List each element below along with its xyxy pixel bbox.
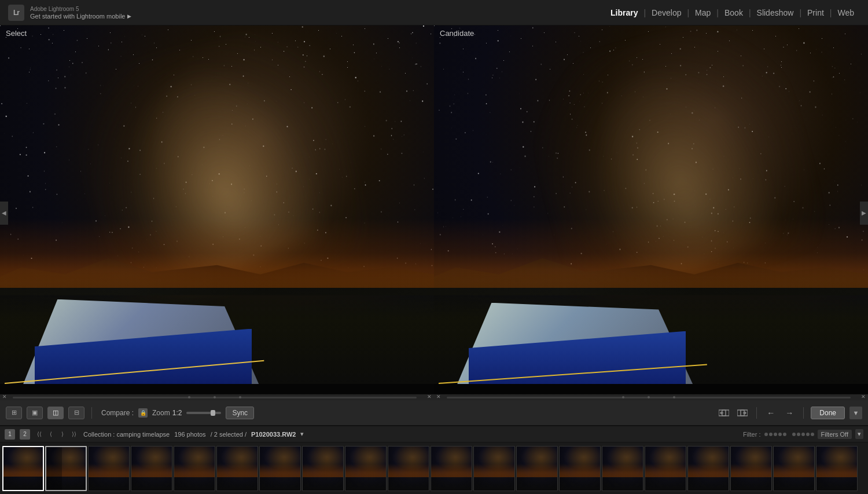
status-bar: 1 2 ⟨⟨ ⟨ ⟩ ⟩⟩ Collection : camping timel… [0,426,868,442]
filmstrip-thumb-1[interactable] [2,446,44,491]
expand-toolbar-btn[interactable]: ▼ [849,407,862,419]
next-compare-btn[interactable]: → [782,406,796,420]
left-night-sky [0,25,434,400]
mobile-promo[interactable]: Get started with Lightroom mobile ▶ [30,13,131,20]
lr-logo: Lr [8,5,24,21]
left-scroll-strip: ✕ ✕ [0,394,434,400]
filmstrip-thumb-11[interactable] [431,446,472,491]
filmstrip-thumb-17[interactable] [687,446,729,491]
filename: P1020033.RW2 [251,431,296,438]
next-next-btn[interactable]: ⟩⟩ [69,430,79,439]
nav-web[interactable]: Web [832,0,860,25]
right-photo-label: Candidate [440,29,474,38]
tent-structure-left [0,276,434,394]
nav-print[interactable]: Print [801,0,830,25]
right-night-sky [434,25,868,400]
filmstrip-thumb-14[interactable] [559,446,601,491]
left-panel-arrow-icon: ◀ [2,210,6,216]
app-info: Adobe Lightroom 5 Get started with Light… [30,6,131,20]
right-panel-toggle[interactable]: ▶ [860,202,868,225]
compare-area: ◀ Select [0,25,868,400]
prev-prev-btn[interactable]: ⟨⟨ [35,430,44,439]
done-button[interactable]: Done [811,407,845,419]
selected-count: / 2 selected / [211,431,247,438]
tent-area-left [0,269,434,400]
ground-left [0,384,434,393]
prev-compare-btn[interactable]: ← [764,406,778,420]
filters-off-btn[interactable]: Filters Off [818,430,852,439]
nav-library[interactable]: Library [605,0,643,25]
nav-slideshow[interactable]: Slideshow [751,0,800,25]
filmstrip-thumb-2[interactable] [45,446,87,491]
right-panel-arrow-icon: ▶ [862,210,866,216]
ground-right [434,384,868,393]
topbar-left: Lr Adobe Lightroom 5 Get started with Li… [8,5,131,21]
filmstrip-thumb-16[interactable] [645,446,686,491]
main-toolbar: ⊞ ▣ ◫ ⊟ Compare : 🔒 Zoom 1:2 Sync [0,400,868,426]
right-close-btn[interactable]: ✕ [436,394,441,400]
filmstrip [0,442,868,494]
filmstrip-thumb-20[interactable] [816,446,858,491]
zoom-slider[interactable] [186,412,221,414]
app-name: Adobe Lightroom 5 [30,6,131,13]
filmstrip-thumb-5[interactable] [174,446,215,491]
swap-left-icon [719,409,729,417]
right-scroll-inner [447,397,851,398]
filmstrip-thumb-13[interactable] [516,446,558,491]
left-close-btn[interactable]: ✕ [2,394,7,400]
filmstrip-thumb-18[interactable] [730,446,772,491]
filename-dropdown[interactable]: ▾ [300,430,304,438]
nav-map[interactable]: Map [689,0,716,25]
filter-dropdown-btn[interactable]: ▾ [855,429,863,439]
filmstrip-thumb-8[interactable] [302,446,344,491]
filmstrip-thumb-12[interactable] [473,446,515,491]
collection-label: Collection : camping timelapse [83,431,170,438]
next-btn[interactable]: ⟩ [58,430,67,439]
right-scroll-strip: ✕ ✕ [434,394,868,400]
left-photo-label: Select [6,29,27,38]
filmstrip-thumb-7[interactable] [259,446,301,491]
left-photo-panel: Select [0,25,434,400]
nav-book[interactable]: Book [719,0,749,25]
filmstrip-thumb-15[interactable] [602,446,643,491]
right-close-right[interactable]: ✕ [861,394,866,400]
loupe-view-btn[interactable]: ▣ [27,407,43,419]
filmstrip-thumb-9[interactable] [345,446,387,491]
filter-dots-2 [792,433,814,436]
filmstrip-thumb-19[interactable] [773,446,815,491]
filmstrip-thumb-10[interactable] [388,446,429,491]
compare-label: Compare : [101,409,134,417]
photo-count: 196 photos [174,431,205,438]
right-photo-panel: Candidate [434,25,868,400]
filmstrip-thumb-6[interactable] [216,446,258,491]
lock-icon[interactable]: 🔒 [138,408,148,418]
filter-group: Filter : Filters Off ▾ [743,429,863,439]
zoom-value: 1:2 [172,409,182,417]
page-badge-2: 2 [20,429,30,440]
nav-develop[interactable]: Develop [646,0,687,25]
page-badge-1: 1 [5,429,15,440]
grid-view-btn[interactable]: ⊞ [6,407,22,419]
prev-btn[interactable]: ⟨ [46,430,56,439]
filmstrip-thumb-3[interactable] [88,446,130,491]
toolbar-sep-2 [756,407,757,419]
survey-view-btn[interactable]: ⊟ [68,407,84,419]
sync-button[interactable]: Sync [226,407,254,419]
swap-candidate-btn[interactable] [735,406,749,420]
toolbar-sep-3 [803,407,804,419]
nav-menu: Library | Develop | Map | Book | Slidesh… [605,0,860,25]
loupe-icon: ▣ [32,409,38,416]
left-scroll-inner [13,397,417,398]
left-panel-toggle[interactable]: ◀ [0,202,8,225]
status-nav: ⟨⟨ ⟨ ⟩ ⟩⟩ [35,430,79,439]
right-toolbar-group: ← → Done ▼ [717,406,862,420]
swap-select-btn[interactable] [717,406,731,420]
toolbar-sep-1 [91,407,92,419]
filter-dots [764,433,786,436]
tent-structure-right [434,276,868,394]
compare-view-btn[interactable]: ◫ [47,407,64,419]
compare-wrapper: ◀ Select [0,25,868,400]
left-close-right[interactable]: ✕ [427,394,432,400]
survey-icon: ⊟ [74,409,79,416]
filmstrip-thumb-4[interactable] [131,446,172,491]
